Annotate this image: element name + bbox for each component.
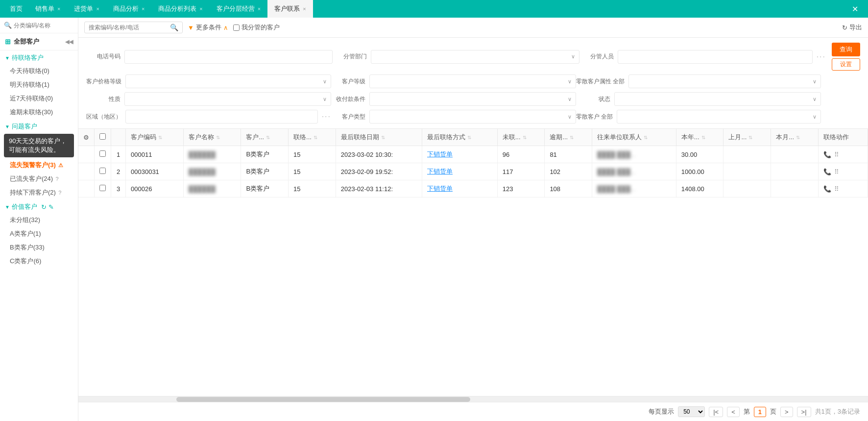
nav-purchase[interactable]: 进货单 × [67,0,106,18]
first-page-button[interactable]: |< [709,407,723,417]
nav-product-list-close[interactable]: × [199,6,202,12]
more-conditions-button[interactable]: ▼ 更多条件 ∧ [188,23,228,32]
person-dots[interactable]: ··· [817,52,826,61]
nav-customer-contact-close[interactable]: × [303,6,306,12]
row-action[interactable]: 📞 ⠿ [818,146,868,163]
col-action: 联络动作 [818,129,868,146]
region-dots[interactable]: ··· [322,112,331,121]
edit-icon[interactable]: ✎ [48,203,54,211]
status-select[interactable]: ∨ [614,92,821,106]
price-level-select[interactable]: ∨ [125,74,331,88]
col-code[interactable]: 客户编码⇅ [126,129,184,146]
action-contact-icon[interactable]: 📞 [823,185,831,193]
my-customers-checkbox[interactable]: 我分管的客户 [233,23,280,32]
col-last-method[interactable]: 最后联络方式⇅ [422,129,497,146]
sidebar-item-declining[interactable]: 持续下滑客户(2) ? [0,186,78,199]
export-button[interactable]: ↻ 导出 [842,23,862,32]
nav-product-analysis-close[interactable]: × [142,6,145,12]
search-button[interactable]: 🔍 [170,24,178,31]
window-close-button[interactable]: ✕ [846,4,864,14]
sidebar: 🔍 ⊞ 全部客户 ◀◀ ▼ 待联络客户 今天待联络(0) 明天待联络(1) 近7… [0,18,78,421]
row-this-year: 1408.00 [676,180,723,198]
sidebar-item-today[interactable]: 今天待联络(0) [0,64,78,78]
action-contact-icon[interactable]: 📞 [823,151,831,158]
horizontal-scrollbar[interactable] [78,396,868,402]
filter-icon: ▼ [188,24,194,31]
phone-input[interactable] [124,50,333,64]
sidebar-item-churned[interactable]: 已流失客户(24) ? [0,172,78,186]
nav-customer-tier-close[interactable]: × [258,6,261,12]
my-customers-check[interactable] [233,25,240,31]
sidebar-item-a-class[interactable]: A类客户(1) [0,227,78,241]
search-input[interactable] [89,24,167,31]
nav-product-analysis[interactable]: 商品分析 × [106,0,151,18]
query-button[interactable]: 查询 [832,43,860,56]
region-input[interactable] [125,110,318,124]
col-this-year[interactable]: 本年...⇅ [676,129,723,146]
nature-select[interactable]: ∨ [124,92,331,106]
sidebar-section-value[interactable]: ▼ 价值客户 ↻ ✎ [0,199,78,213]
row-checkbox[interactable] [95,163,111,180]
sidebar-item-7days[interactable]: 近7天待联络(0) [0,92,78,105]
sidebar-item-b-class[interactable]: B类客户(33) [0,241,78,254]
col-overdue[interactable]: 逾期...⇅ [545,129,592,146]
dept-arrow: ∨ [571,53,575,60]
sidebar-section-problem[interactable]: ▼ 问题客户 [0,119,78,133]
payment-select[interactable]: ∨ [369,92,576,106]
action-more-icon[interactable]: ⠿ [834,168,839,175]
col-name[interactable]: 客户名称⇅ [183,129,241,146]
col-checkbox[interactable] [95,129,111,146]
action-contact-icon[interactable]: 📞 [823,168,831,175]
row-checkbox[interactable] [95,180,111,198]
refresh-icon[interactable]: ↻ [41,203,47,211]
row-last-method[interactable]: 下销货单 [422,180,497,198]
action-more-icon[interactable]: ⠿ [834,185,839,193]
filter-panel: 电话号码 分管部门 ∨ 分管人员 ··· 查询 设置 [78,38,868,129]
retail-attr-select[interactable]: ∨ [628,74,821,88]
customer-type-select[interactable]: ∨ [369,110,576,124]
row-last-method[interactable]: 下销货单 [422,163,497,180]
settings-button[interactable]: 设置 [832,58,860,71]
sidebar-all-customers[interactable]: ⊞ 全部客户 ◀◀ [0,33,78,50]
customer-level-select[interactable]: ∨ [369,74,576,88]
nav-customer-tier[interactable]: 客户分层经营 × [210,0,267,18]
nav-sales-close[interactable]: × [57,6,60,12]
sidebar-item-ungrouped[interactable]: 未分组(32) [0,213,78,227]
col-unit-contact[interactable]: 往来单位联系人⇅ [592,129,676,146]
col-num [111,129,126,146]
person-input[interactable] [618,50,813,64]
row-action[interactable]: 📞 ⠿ [818,163,868,180]
last-page-button[interactable]: >| [797,407,811,417]
next-page-button[interactable]: > [780,407,793,417]
action-more-icon[interactable]: ⠿ [834,151,839,158]
col-type[interactable]: 客户...⇅ [241,129,289,146]
sidebar-section-pending[interactable]: ▼ 待联络客户 [0,50,78,64]
nav-purchase-close[interactable]: × [96,6,99,12]
col-contact[interactable]: 联络...⇅ [289,129,336,146]
sidebar-item-c-class[interactable]: C类客户(6) [0,254,78,268]
sidebar-search-input[interactable] [14,22,78,29]
per-page-select[interactable]: 50 100 200 [678,406,705,417]
nav-product-list[interactable]: 商品分析列表 × [151,0,209,18]
col-last-month[interactable]: 上月...⇅ [723,129,771,146]
sidebar-item-overdue-contact[interactable]: 逾期未联络(30) [0,105,78,119]
sidebar-item-tomorrow[interactable]: 明天待联络(1) [0,78,78,92]
col-settings[interactable]: ⚙ [78,129,95,146]
col-uncontacted[interactable]: 未联...⇅ [497,129,545,146]
select-all-checkbox[interactable] [99,133,106,140]
nav-customer-contact[interactable]: 客户联系 × [267,0,313,18]
row-settings [78,180,95,198]
retail-customer-select[interactable]: ∨ [617,110,821,124]
row-last-method[interactable]: 下销货单 [422,146,497,163]
dept-select[interactable]: ∨ [371,50,579,64]
row-action[interactable]: 📞 ⠿ [818,180,868,198]
nav-home[interactable]: 首页 [4,0,28,18]
col-this-month[interactable]: 本月...⇅ [771,129,819,146]
prev-page-button[interactable]: < [727,407,740,417]
row-checkbox[interactable] [95,146,111,163]
scrollbar-thumb[interactable] [176,397,470,402]
col-last-date[interactable]: 最后联络日期⇅ [336,129,422,146]
nav-sales[interactable]: 销售单 × [28,0,67,18]
sidebar-item-churn-warning[interactable]: 流失预警客户(3) ⚠ [0,158,78,172]
customer-type-arrow: ∨ [568,114,572,120]
